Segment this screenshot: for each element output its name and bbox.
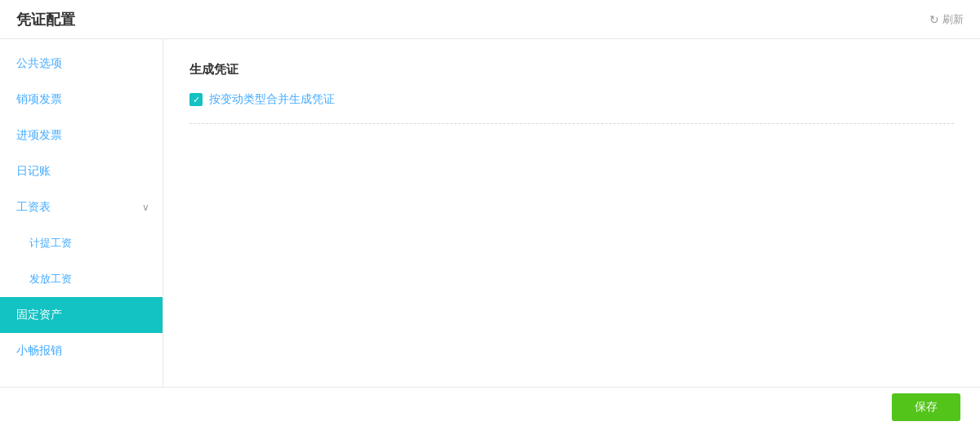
merge-by-type-label: 按变动类型合并生成凭证 — [209, 92, 335, 107]
sidebar-item-journal[interactable]: 日记账 — [0, 153, 163, 189]
refresh-label: 刷新 — [942, 12, 964, 27]
page-footer: 保存 — [0, 387, 980, 426]
page-header: 凭证配置 ↻ 刷新 — [0, 0, 980, 39]
sidebar-item-purchase-invoice[interactable]: 进项发票 — [0, 118, 163, 153]
main-layout: 公共选项 销项发票 进项发票 日记账 工资表 ∨ 计提工资 发放工资 固定资产 … — [0, 39, 980, 387]
sidebar-item-payroll-table[interactable]: 工资表 ∨ — [0, 189, 163, 225]
content-area: 生成凭证 按变动类型合并生成凭证 — [163, 39, 980, 387]
sidebar: 公共选项 销项发票 进项发票 日记账 工资表 ∨ 计提工资 发放工资 固定资产 … — [0, 39, 163, 387]
merge-by-type-checkbox[interactable] — [189, 93, 203, 106]
chevron-down-icon: ∨ — [142, 202, 149, 213]
refresh-icon: ↻ — [929, 13, 939, 26]
checkbox-row: 按变动类型合并生成凭证 — [189, 92, 954, 107]
refresh-button[interactable]: ↻ 刷新 — [929, 12, 964, 27]
sidebar-item-petty-expense[interactable]: 小畅报销 — [0, 333, 163, 369]
sidebar-item-public-options[interactable]: 公共选项 — [0, 46, 163, 82]
sidebar-item-fixed-assets[interactable]: 固定资产 — [0, 297, 163, 333]
section-title: 生成凭证 — [189, 62, 954, 78]
sidebar-item-sales-invoice[interactable]: 销项发票 — [0, 82, 163, 118]
page-title: 凭证配置 — [16, 10, 75, 29]
sidebar-item-payroll-distribution[interactable]: 发放工资 — [0, 261, 163, 297]
save-button[interactable]: 保存 — [892, 393, 960, 421]
section-divider — [189, 123, 954, 124]
sidebar-item-payroll-accrual[interactable]: 计提工资 — [0, 225, 163, 261]
